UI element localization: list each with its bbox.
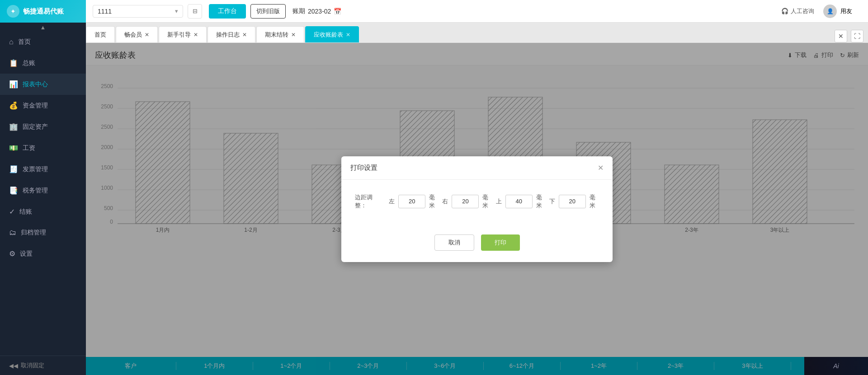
bottom-unit-label: 毫米 <box>590 193 599 210</box>
home-icon: ⌂ <box>9 38 14 46</box>
tab-member[interactable]: 畅会员 ✕ <box>116 26 158 42</box>
period-value: 2023-02 <box>308 8 331 15</box>
tab-close-icon[interactable]: ✕ <box>291 32 296 38</box>
sidebar-item-home[interactable]: ⌂ 首页 <box>0 32 86 52</box>
salary-icon: 💵 <box>9 144 18 152</box>
sidebar-item-funds[interactable]: 💰 资金管理 <box>0 95 86 116</box>
tab-oplog[interactable]: 操作日志 ✕ <box>208 26 255 42</box>
tab-label: 期末结转 <box>265 31 288 39</box>
company-name: 1111 <box>98 8 171 15</box>
dialog-body: 边距调整： 左 毫米 右 毫米 <box>341 180 613 228</box>
workbench-button[interactable]: 工作台 <box>209 4 246 19</box>
ledger-icon: 📋 <box>9 59 18 67</box>
dropdown-arrow-icon: ▾ <box>175 8 178 14</box>
left-direction-label: 左 <box>389 197 395 206</box>
reports-icon: 📊 <box>9 80 18 89</box>
modal-overlay: 打印设置 ✕ 边距调整： 左 毫米 <box>86 43 868 375</box>
tab-guide[interactable]: 新手引导 ✕ <box>159 26 207 42</box>
sidebar-item-checkout[interactable]: ✓ 结账 <box>0 201 86 222</box>
sidebar-item-label: 结账 <box>19 208 32 216</box>
logo: ✦ 畅捷通易代账 <box>0 0 86 23</box>
sidebar-item-assets[interactable]: 🏢 固定资产 <box>0 116 86 137</box>
archive-icon: 🗂 <box>9 229 16 237</box>
tab-home[interactable]: 首页 <box>86 26 115 42</box>
page-content: 应收账龄表 ⬇ 下载 🖨 打印 ↻ 刷新 <box>86 43 868 375</box>
confirm-print-button[interactable]: 打印 <box>481 234 520 251</box>
margin-left-group: 左 毫米 <box>389 193 439 210</box>
margin-bottom-input[interactable] <box>559 195 586 208</box>
tab-expand-button[interactable]: ⛶ <box>851 30 863 42</box>
margin-bottom-group: 下 毫米 <box>549 193 599 210</box>
sidebar-item-label: 设置 <box>20 250 33 258</box>
margin-top-group: 上 毫米 <box>496 193 546 210</box>
margin-right-input[interactable] <box>452 195 479 208</box>
sidebar-item-settings[interactable]: ⚙ 设置 <box>0 243 86 264</box>
help-button[interactable]: 🎧 人工咨询 <box>781 7 814 15</box>
switch-version-button[interactable]: 切到旧版 <box>250 4 286 19</box>
tab-aging[interactable]: 应收账龄表 ✕ <box>305 26 359 42</box>
tab-label: 新手引导 <box>167 31 191 39</box>
right-unit-label: 毫米 <box>482 193 492 210</box>
margin-label: 边距调整： <box>355 193 383 210</box>
settings-icon: ⚙ <box>9 249 15 258</box>
bottom-direction-label: 下 <box>549 197 555 206</box>
sidebar-item-label: 资金管理 <box>23 102 48 110</box>
period-area: 账期 2023-02 📅 <box>292 7 341 15</box>
margin-left-input[interactable] <box>398 195 425 208</box>
sidebar-item-invoice[interactable]: 🧾 发票管理 <box>0 159 86 180</box>
sidebar-item-label: 报表中心 <box>23 80 48 89</box>
right-direction-label: 右 <box>442 197 448 206</box>
period-label: 账期 <box>292 7 305 15</box>
sidebar-item-label: 总账 <box>23 59 35 67</box>
margin-top-input[interactable] <box>505 195 533 208</box>
collapse-button[interactable]: ◀◀ 取消固定 <box>0 356 86 375</box>
app-name: 畅捷通易代账 <box>23 7 64 16</box>
sidebar-item-ledger[interactable]: 📋 总账 <box>0 52 86 74</box>
tab-actions: ✕ ⛶ <box>830 30 868 42</box>
tax-icon: 📑 <box>9 186 18 195</box>
cancel-button[interactable]: 取消 <box>434 234 474 251</box>
sidebar-item-salary[interactable]: 💵 工资 <box>0 137 86 159</box>
calendar-icon[interactable]: 📅 <box>334 8 341 15</box>
tab-label: 首页 <box>94 31 106 39</box>
dialog-footer: 取消 打印 <box>341 228 613 262</box>
sidebar: ▲ ⌂ 首页 📋 总账 📊 报表中心 💰 资金管理 🏢 固定资产 💵 工资 🧾 … <box>0 23 86 375</box>
checkout-icon: ✓ <box>9 207 15 216</box>
print-settings-dialog: 打印设置 ✕ 边距调整： 左 毫米 <box>341 156 613 262</box>
margin-right-group: 右 毫米 <box>442 193 492 210</box>
sidebar-item-label: 首页 <box>18 38 31 46</box>
invoice-icon: 🧾 <box>9 165 18 173</box>
tab-close-icon[interactable]: ✕ <box>193 32 198 38</box>
avatar: 👤 <box>823 5 837 18</box>
collapse-label: 取消固定 <box>21 361 44 370</box>
dialog-close-button[interactable]: ✕ <box>598 164 604 172</box>
collapse-icon: ◀◀ <box>9 362 18 369</box>
top-direction-label: 上 <box>496 197 502 206</box>
left-unit-label: 毫米 <box>429 193 439 210</box>
user-area[interactable]: 👤 用友 <box>823 5 852 18</box>
headset-icon: 🎧 <box>781 8 788 14</box>
company-selector[interactable]: 1111 ▾ <box>93 5 183 18</box>
tab-label: 操作日志 <box>216 31 240 39</box>
sidebar-item-archive[interactable]: 🗂 归档管理 <box>0 222 86 243</box>
tab-period-end[interactable]: 期末结转 ✕ <box>256 26 304 42</box>
sidebar-item-label: 固定资产 <box>23 123 48 131</box>
tab-close-icon[interactable]: ✕ <box>145 32 149 38</box>
sidebar-item-label: 归档管理 <box>21 229 46 237</box>
tab-close-icon[interactable]: ✕ <box>346 32 350 38</box>
tab-close-all-button[interactable]: ✕ <box>835 30 847 42</box>
logo-icon: ✦ <box>7 5 19 18</box>
user-name: 用友 <box>840 7 852 15</box>
copy-button[interactable]: ⊟ <box>188 4 202 19</box>
sidebar-item-label: 工资 <box>23 144 35 152</box>
tab-bar: 首页 畅会员 ✕ 新手引导 ✕ 操作日志 ✕ 期末结转 ✕ 应收账龄表 ✕ <box>86 23 868 43</box>
margin-form-row: 边距调整： 左 毫米 右 毫米 <box>355 193 599 210</box>
sidebar-item-reports[interactable]: 📊 报表中心 <box>0 74 86 95</box>
sidebar-item-tax[interactable]: 📑 税务管理 <box>0 180 86 201</box>
funds-icon: 💰 <box>9 101 18 110</box>
sidebar-scroll-up[interactable]: ▲ <box>0 23 86 32</box>
tab-close-icon[interactable]: ✕ <box>242 32 247 38</box>
tab-label: 应收账龄表 <box>314 31 343 39</box>
tab-label: 畅会员 <box>124 31 142 39</box>
sidebar-item-label: 税务管理 <box>23 187 48 195</box>
